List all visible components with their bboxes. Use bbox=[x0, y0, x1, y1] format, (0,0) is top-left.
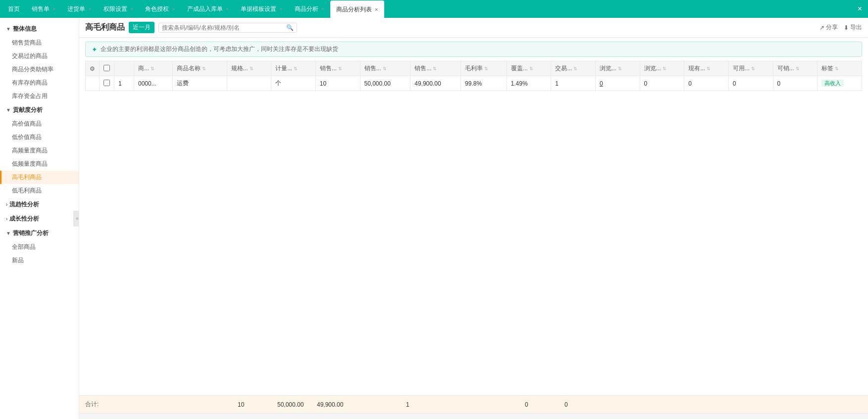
sort-icon-code: ⇅ bbox=[151, 66, 154, 71]
footer-sales-amount: 50,000.00 bbox=[273, 401, 313, 408]
sidebar-item-sales-goods[interactable]: 销售货商品 bbox=[0, 36, 79, 49]
tab-home[interactable]: 首页 bbox=[2, 0, 26, 18]
cell-cb-0[interactable] bbox=[100, 76, 114, 91]
tab-analysis[interactable]: 商品分析 × bbox=[289, 0, 330, 18]
sidebar-collapse-btn[interactable]: « bbox=[73, 211, 79, 227]
arrow-profit: ▼ bbox=[6, 107, 11, 113]
sidebar-item-in-stock[interactable]: 有库存的商品 bbox=[0, 76, 79, 90]
sidebar-item-classify-assist[interactable]: 商品分类助销率 bbox=[0, 63, 79, 76]
sidebar-item-low-freq[interactable]: 低频量度商品 bbox=[0, 157, 79, 171]
close-tab-role[interactable]: × bbox=[172, 6, 175, 12]
sidebar-item-low-value[interactable]: 低价值商品 bbox=[0, 131, 79, 144]
col-current-stock[interactable]: 现有...⇅ bbox=[684, 61, 729, 76]
sidebar-group-growth[interactable]: › 成长性分析 bbox=[0, 212, 79, 226]
cell-unit-0: 个 bbox=[271, 76, 316, 91]
search-box: 🔍 bbox=[158, 23, 297, 33]
share-button[interactable]: ↗ 分享 bbox=[819, 23, 838, 32]
col-sales-amount[interactable]: 销售...⇅ bbox=[360, 61, 410, 76]
search-icon[interactable]: 🔍 bbox=[286, 24, 294, 31]
sidebar-group-overall[interactable]: ▼ 整体信息 bbox=[0, 22, 79, 36]
tab-analysis-list[interactable]: 商品分析列表 × bbox=[330, 0, 384, 18]
sidebar-item-new-goods[interactable]: 新品 bbox=[0, 254, 79, 267]
col-browse2[interactable]: 浏览...⇅ bbox=[640, 61, 684, 76]
col-checkbox[interactable] bbox=[100, 61, 114, 76]
export-button[interactable]: ⬇ 导出 bbox=[844, 23, 862, 32]
close-all-tabs[interactable]: × bbox=[854, 4, 866, 13]
sidebar-item-traded-goods[interactable]: 交易过的商品 bbox=[0, 49, 79, 63]
close-tab-purchase[interactable]: × bbox=[88, 6, 91, 12]
footer-avail-stock: 0 bbox=[561, 401, 600, 408]
table-body: 1 0000... 运费 个 10 50,000.00 49,900.00 99… bbox=[86, 76, 862, 91]
tab-product-entry[interactable]: 产成品入库单 × bbox=[181, 0, 235, 18]
sidebar-item-high-value[interactable]: 高价值商品 bbox=[0, 117, 79, 131]
sidebar-group-marketing[interactable]: ▼ 营销推广分析 bbox=[0, 226, 79, 240]
sidebar-group-profit[interactable]: ▼ 贡献度分析 bbox=[0, 103, 79, 117]
cell-name-0: 运费 bbox=[172, 76, 227, 91]
cell-sales-qty-0: 10 bbox=[315, 76, 360, 91]
tab-permission[interactable]: 权限设置 × bbox=[98, 0, 139, 18]
search-input[interactable] bbox=[162, 24, 284, 31]
cell-browse1-0[interactable]: 0 bbox=[595, 76, 640, 91]
col-margin-rate[interactable]: 毛利率⇅ bbox=[461, 61, 507, 76]
col-name[interactable]: 商品名称⇅ bbox=[172, 61, 227, 76]
sort-icon-unit: ⇅ bbox=[294, 66, 298, 71]
col-avail-stock[interactable]: 可用...⇅ bbox=[728, 61, 773, 76]
cell-margin-0: 99.8% bbox=[461, 76, 507, 91]
col-unit[interactable]: 计量...⇅ bbox=[271, 61, 316, 76]
cell-trade-0: 1 bbox=[551, 76, 596, 91]
sidebar-item-all-goods[interactable]: 全部商品 bbox=[0, 240, 79, 254]
close-tab-entry[interactable]: × bbox=[226, 6, 229, 12]
footer-sales-cost: 49,900.00 bbox=[313, 401, 353, 408]
sidebar-item-stock-occupy[interactable]: 库存资金占用 bbox=[0, 90, 79, 103]
tab-role-perm[interactable]: 角色授权 × bbox=[139, 0, 181, 18]
footer-cell-empty2 bbox=[353, 401, 402, 408]
info-banner: ✦ 企业的主要的利润都是这部分商品创造的，可考虑加大推广，同时关注库存是不要出现… bbox=[85, 42, 862, 57]
date-filter-button[interactable]: 近一月 bbox=[129, 22, 154, 33]
sidebar-item-low-margin[interactable]: 低毛利商品 bbox=[0, 184, 79, 197]
cell-browse2-0: 0 bbox=[640, 76, 684, 91]
footer-sales-qty: 10 bbox=[234, 401, 273, 408]
tag-badge-0: 高收入 bbox=[821, 80, 844, 87]
footer-bar: 合计: 10 50,000.00 49,900.00 1 0 0 bbox=[79, 395, 868, 413]
sort-icon-saleable: ⇅ bbox=[796, 66, 800, 71]
col-trade-count[interactable]: 交易...⇅ bbox=[551, 61, 596, 76]
close-tab-template[interactable]: × bbox=[279, 6, 282, 12]
col-cover-rate[interactable]: 覆盖...⇅ bbox=[507, 61, 551, 76]
sidebar-item-high-freq[interactable]: 高频量度商品 bbox=[0, 144, 79, 157]
col-code[interactable]: 商...⇅ bbox=[134, 61, 173, 76]
sort-icon-current: ⇅ bbox=[707, 66, 711, 71]
horizontal-scrollbar[interactable] bbox=[79, 413, 868, 419]
close-tab-permission[interactable]: × bbox=[130, 6, 133, 12]
col-tag[interactable]: 标签⇅ bbox=[817, 61, 862, 76]
col-sales-qty[interactable]: 销售...⇅ bbox=[315, 61, 360, 76]
sort-icon-cover: ⇅ bbox=[529, 66, 533, 71]
content-panel: 高毛利商品 近一月 🔍 ↗ 分享 ⬇ 导出 ✦ 企业的主要的利润都是这部分商品创… bbox=[79, 18, 868, 419]
main-area: « ▼ 整体信息 销售货商品 交易过的商品 商品分类助销率 有库存的商品 库存资… bbox=[0, 18, 868, 419]
cell-avail-stock-0: 0 bbox=[728, 76, 773, 91]
col-saleable[interactable]: 可销...⇅ bbox=[773, 61, 817, 76]
row-checkbox-0[interactable] bbox=[103, 80, 110, 86]
sidebar-group-marketing-items: 全部商品 新品 bbox=[0, 240, 79, 267]
tab-sales-order[interactable]: 销售单 × bbox=[26, 0, 61, 18]
sort-icon-name: ⇅ bbox=[202, 66, 206, 71]
col-spec[interactable]: 规格...⇅ bbox=[227, 61, 271, 76]
col-browse1[interactable]: 浏览...⇅ bbox=[595, 61, 640, 76]
cell-cover-0: 1.49% bbox=[507, 76, 551, 91]
tab-purchase[interactable]: 进货单 × bbox=[61, 0, 97, 18]
close-tab-sales[interactable]: × bbox=[52, 6, 55, 12]
select-all-checkbox[interactable] bbox=[103, 65, 110, 71]
tab-template[interactable]: 单据模板设置 × bbox=[235, 0, 288, 18]
browse1-link-0[interactable]: 0 bbox=[600, 80, 603, 87]
close-tab-analysis[interactable]: × bbox=[321, 6, 324, 12]
sidebar-item-high-margin[interactable]: 高毛利商品 bbox=[0, 171, 79, 184]
cell-sales-amount-0: 50,000.00 bbox=[360, 76, 410, 91]
sort-icon-sales-cost: ⇅ bbox=[433, 66, 437, 71]
sidebar-group-trend[interactable]: › 流趋性分析 bbox=[0, 197, 79, 212]
sort-icon-sales-amount: ⇅ bbox=[383, 66, 387, 71]
close-tab-analysis-list[interactable]: × bbox=[375, 6, 378, 12]
col-settings[interactable]: ⚙ bbox=[86, 61, 100, 76]
cell-tag-0: 高收入 bbox=[817, 76, 862, 91]
col-sales-cost[interactable]: 销售...⇅ bbox=[410, 61, 461, 76]
sidebar-group-profit-items: 高价值商品 低价值商品 高频量度商品 低频量度商品 高毛利商品 低毛利商品 bbox=[0, 117, 79, 197]
sort-icon-spec: ⇅ bbox=[250, 66, 254, 71]
